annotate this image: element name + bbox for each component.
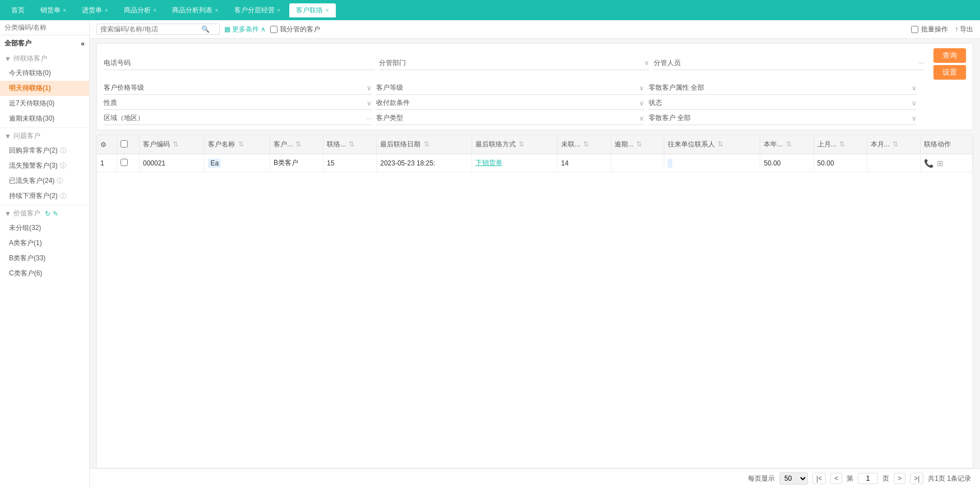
sidebar-search-input[interactable] — [4, 24, 89, 31]
nav-product-analysis-list[interactable]: 商品分析列表 × — [165, 3, 225, 17]
sidebar-item-ungrouped[interactable]: 未分组(32) — [0, 220, 89, 236]
col-contact-count[interactable]: 联络... ⇅ — [323, 135, 377, 154]
col-code[interactable]: 客户编码 ⇅ — [140, 135, 205, 154]
sidebar-divider-2 — [0, 205, 89, 205]
filter-region-label: 区域（地区） — [104, 113, 144, 123]
filter-customer-type-arrow[interactable]: ∨ — [639, 114, 644, 122]
filter-phone-input[interactable] — [141, 59, 375, 67]
col-checkbox[interactable] — [117, 135, 140, 154]
col-overdue[interactable]: 逾期... ⇅ — [611, 135, 664, 154]
sidebar-search-wrap: 🔍 — [0, 20, 89, 35]
all-customers-label: 全部客户 — [4, 39, 31, 48]
filter-customer-level-arrow[interactable]: ∨ — [639, 84, 644, 92]
filter-retail-customer-arrow[interactable]: ∨ — [912, 114, 917, 122]
nav-home[interactable]: 首页 — [4, 3, 31, 17]
nav-customer-contact[interactable]: 客户联络 × — [289, 3, 335, 17]
col-last-month[interactable]: 上月... ⇅ — [813, 135, 867, 154]
edit-icon[interactable]: ✎ — [53, 210, 58, 218]
filter-row-3: 性质 ∨ 收付款条件 ∨ 状态 ∨ — [104, 98, 966, 110]
close-product-analysis-list-icon[interactable]: × — [215, 7, 218, 13]
sidebar-item-a-class-label: A类客户(1) — [9, 238, 42, 248]
sidebar-item-overdue[interactable]: 逾期未联络(30) — [0, 111, 89, 126]
phone-action-icon[interactable]: 📞 — [924, 159, 933, 168]
col-name[interactable]: 客户名称 ⇅ — [205, 135, 270, 154]
filter-nature-arrow[interactable]: ∨ — [367, 99, 372, 107]
nav-product-analysis[interactable]: 商品分析 × — [117, 3, 163, 17]
filter-retail-attr-arrow[interactable]: ∨ — [912, 84, 917, 92]
prev-page-button[interactable]: < — [830, 473, 842, 484]
sidebar-group-problem: ▼ 问题客户 — [0, 129, 89, 143]
filter-payment-arrow[interactable]: ∨ — [639, 99, 644, 107]
first-page-button[interactable]: |< — [812, 473, 826, 484]
search-bar: 🔍 ▦ 更多条件 ∧ 我分管的客户 批量操作 ↑ 导出 — [90, 20, 980, 39]
refresh-icon[interactable]: ↻ — [45, 210, 50, 218]
bulk-checkbox[interactable] — [911, 26, 918, 33]
row-checkbox[interactable] — [121, 159, 128, 166]
filter-person-dots[interactable]: ··· — [919, 59, 924, 67]
sidebar-item-repurchase-anomaly[interactable]: 回购异常客户(2) ⓘ — [0, 143, 89, 158]
collapse-icon[interactable]: « — [81, 40, 85, 48]
filter-dept-arrow[interactable]: ∨ — [644, 59, 649, 67]
all-customers-header[interactable]: 全部客户 « — [0, 35, 89, 52]
page-end-label: 页 — [882, 474, 889, 484]
more-filter-button[interactable]: ▦ 更多条件 ∧ — [224, 25, 266, 34]
cell-last-way[interactable]: 下销货单 — [471, 154, 557, 172]
grid-action-icon[interactable]: ⊞ — [937, 159, 944, 168]
sidebar-item-c-class[interactable]: C类客户(6) — [0, 266, 89, 281]
cell-last-date: 2023-05-23 18:25: — [377, 154, 472, 172]
col-no-contact[interactable]: 未联... ⇅ — [557, 135, 611, 154]
col-this-year[interactable]: 本年... ⇅ — [760, 135, 813, 154]
main-search-input[interactable] — [100, 25, 201, 33]
col-this-month[interactable]: 本月... ⇅ — [867, 135, 920, 154]
last-page-button[interactable]: >| — [910, 473, 923, 484]
filter-phone-label: 电话号码 — [104, 58, 137, 68]
sidebar-item-declining[interactable]: 持续下滑客户(2) ⓘ — [0, 188, 89, 204]
col-last-date[interactable]: 最后联络日期 ⇅ — [377, 135, 472, 154]
my-customers-wrap: 我分管的客户 — [270, 25, 320, 34]
filter-customer-type: 客户类型 ∨ — [376, 113, 644, 125]
page-size-select[interactable]: 50 100 200 — [779, 472, 808, 485]
sidebar-item-today[interactable]: 今天待联络(0) — [0, 66, 89, 81]
customer-table: ⚙ 客户编码 ⇅ 客户名称 ⇅ 客户... ⇅ 联络... ⇅ 最后联络日期 ⇅… — [97, 135, 973, 172]
col-contact-person[interactable]: 往来单位联系人 ⇅ — [664, 135, 760, 154]
col-settings[interactable]: ⚙ — [97, 135, 117, 154]
cell-checkbox[interactable] — [117, 154, 140, 172]
chevron-up-icon: ∧ — [261, 25, 266, 33]
bulk-action-button[interactable]: 批量操作 — [911, 25, 948, 34]
sidebar-item-7days[interactable]: 近7天待联络(0) — [0, 96, 89, 111]
close-product-analysis-icon[interactable]: × — [153, 7, 156, 13]
sidebar-item-b-class-label: B类客户(33) — [9, 254, 45, 263]
filter-row-2: 客户价格等级 ∨ 客户等级 ∨ 零散客户属性 全部 ∨ — [104, 83, 966, 95]
sidebar-item-b-class[interactable]: B类客户(33) — [0, 251, 89, 266]
next-page-button[interactable]: > — [894, 473, 905, 484]
filter-person: 分管人员 ··· — [654, 58, 924, 70]
sidebar-item-churned[interactable]: 已流失客户(24) ⓘ — [0, 173, 89, 188]
select-all-checkbox[interactable] — [121, 140, 128, 148]
sidebar-item-today-label: 今天待联络(0) — [9, 68, 51, 78]
cell-this-month — [867, 154, 920, 172]
close-sales-order-icon[interactable]: × — [63, 7, 66, 13]
nav-sales-order[interactable]: 销货单 × — [34, 3, 73, 17]
sidebar-item-a-class[interactable]: A类客户(1) — [0, 236, 89, 251]
page-input[interactable] — [858, 473, 878, 484]
filter-payment-label: 收付款条件 — [376, 98, 410, 108]
nav-purchase-order[interactable]: 进货单 × — [75, 3, 114, 17]
set-button[interactable]: 设置 — [933, 65, 966, 80]
filter-region-dots[interactable]: ··· — [366, 114, 372, 122]
sidebar-item-churn-warning[interactable]: 流失预警客户(3) ⓘ — [0, 158, 89, 173]
export-button[interactable]: ↑ 导出 — [955, 25, 973, 34]
close-customer-segmentation-icon[interactable]: × — [277, 7, 280, 13]
filter-price-level-arrow[interactable]: ∨ — [367, 84, 372, 92]
filter-person-label: 分管人员 — [654, 58, 687, 68]
col-last-way[interactable]: 最后联络方式 ⇅ — [471, 135, 557, 154]
filter-status-arrow[interactable]: ∨ — [912, 99, 917, 107]
close-customer-contact-icon[interactable]: × — [325, 7, 329, 13]
main-search-icon[interactable]: 🔍 — [201, 25, 210, 33]
query-button[interactable]: 查询 — [933, 48, 966, 63]
sort-last-month-icon: ⇅ — [839, 140, 845, 148]
col-type[interactable]: 客户... ⇅ — [270, 135, 323, 154]
sidebar-item-tomorrow[interactable]: 明天待联络(1) — [0, 81, 89, 96]
close-purchase-order-icon[interactable]: × — [104, 7, 108, 13]
my-customers-checkbox[interactable] — [270, 26, 278, 33]
nav-customer-segmentation[interactable]: 客户分层经营 × — [228, 3, 287, 17]
